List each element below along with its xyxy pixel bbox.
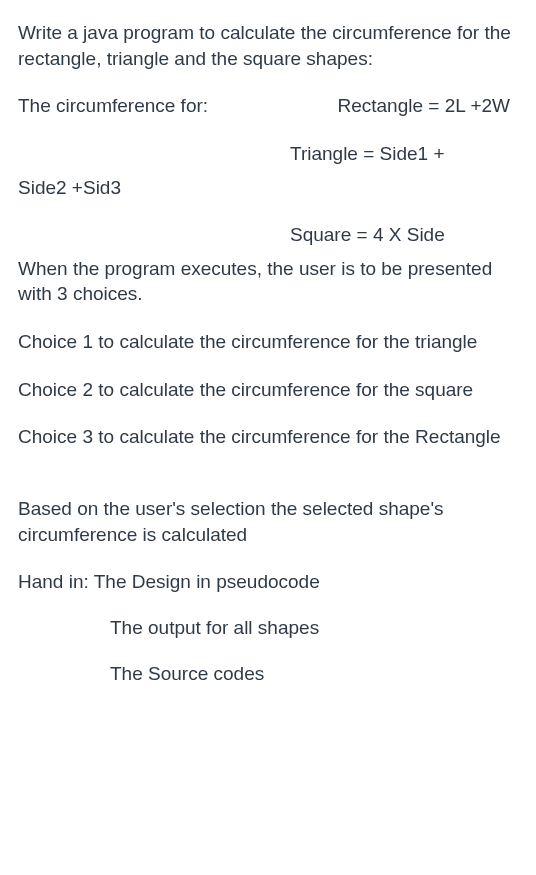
- choice-2: Choice 2 to calculate the circumference …: [18, 377, 518, 403]
- formula-rectangle: Rectangle = 2L +2W: [337, 93, 518, 119]
- formula-rectangle-row: The circumference for: Rectangle = 2L +2…: [18, 93, 518, 119]
- handin-line-3: The Source codes: [18, 661, 518, 687]
- handin-line-2: The output for all shapes: [18, 615, 518, 641]
- formula-square: Square = 4 X Side: [18, 222, 518, 248]
- choice-3: Choice 3 to calculate the circumference …: [18, 424, 518, 450]
- intro-paragraph: Write a java program to calculate the ci…: [18, 20, 518, 71]
- formula-triangle-part2: Side2 +Sid3: [18, 175, 518, 201]
- formula-triangle-part1: Triangle = Side1 +: [18, 141, 518, 167]
- execution-paragraph: When the program executes, the user is t…: [18, 256, 518, 307]
- formula-label: The circumference for:: [18, 93, 208, 119]
- choice-1: Choice 1 to calculate the circumference …: [18, 329, 518, 355]
- selection-paragraph: Based on the user's selection the select…: [18, 496, 518, 547]
- handin-line-1: Hand in: The Design in pseudocode: [18, 569, 518, 595]
